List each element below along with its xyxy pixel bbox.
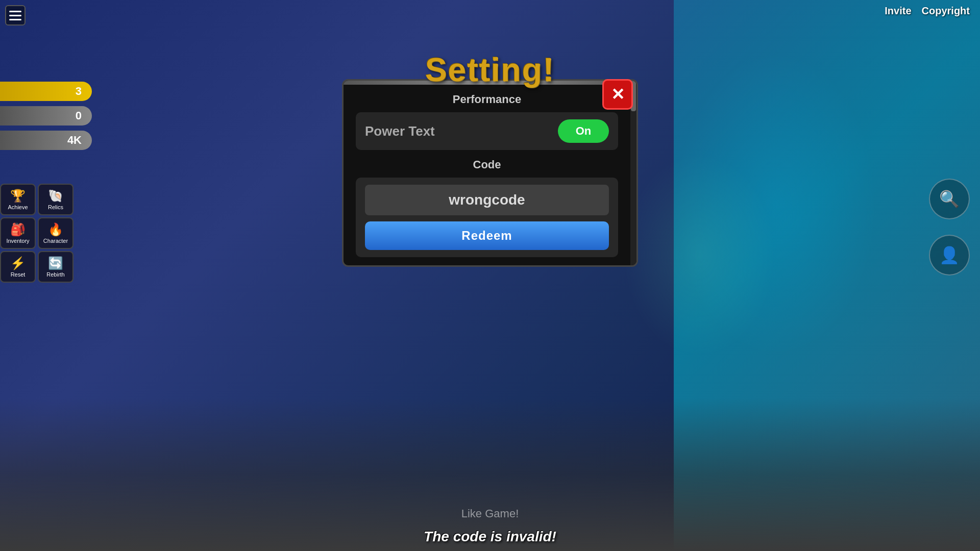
background-road <box>0 398 980 551</box>
stat-gold: 3 <box>0 82 92 101</box>
character-icon: 🔥 <box>42 222 69 237</box>
settings-dialog: Performance Power Text On Code wrongcode… <box>342 79 638 267</box>
like-game-text: Like Game! <box>461 507 519 520</box>
copyright-button[interactable]: Copyright <box>922 5 970 17</box>
code-section-title: Code <box>356 158 618 171</box>
close-button[interactable]: ✕ <box>602 79 633 110</box>
sidebar-inventory-btn[interactable]: 🎒 Inventory <box>0 217 36 249</box>
invalid-code-message: The code is invalid! <box>424 529 556 545</box>
menu-line-2 <box>9 15 21 16</box>
menu-button[interactable] <box>5 5 26 26</box>
menu-line-1 <box>9 11 21 12</box>
code-input-box[interactable]: wrongcode <box>365 185 609 215</box>
rebirth-icon: 🔄 <box>42 256 69 270</box>
right-character-2: 👤 <box>929 235 970 276</box>
stat-rank: 4K <box>0 131 92 150</box>
relics-icon: 🐚 <box>42 189 69 203</box>
sidebar-achieve-btn[interactable]: 🏆 Achieve <box>0 184 36 215</box>
sidebar-relics-btn[interactable]: 🐚 Relics <box>38 184 74 215</box>
code-area: wrongcode Redeem <box>356 178 618 257</box>
power-text-toggle[interactable]: On <box>558 119 609 143</box>
sidebar-stats: 3 0 4K <box>0 82 92 150</box>
performance-section-title: Performance <box>356 93 618 106</box>
dialog-title: Setting! <box>425 51 555 89</box>
right-character-1: 🔍 <box>929 179 970 219</box>
power-text-row: Power Text On <box>356 112 618 150</box>
stat-score: 0 <box>0 106 92 126</box>
power-text-label: Power Text <box>365 123 435 139</box>
menu-line-3 <box>9 19 21 20</box>
reset-icon: ⚡ <box>4 256 32 270</box>
achieve-icon: 🏆 <box>4 189 32 203</box>
bg-glow-2 <box>623 153 776 357</box>
invite-button[interactable]: Invite <box>885 5 911 17</box>
redeem-button[interactable]: Redeem <box>365 221 609 250</box>
top-bar: Invite Copyright <box>874 0 980 22</box>
code-value: wrongcode <box>449 192 525 208</box>
dialog-content: Performance Power Text On Code wrongcode… <box>344 85 636 265</box>
sidebar-rebirth-btn[interactable]: 🔄 Rebirth <box>38 251 74 283</box>
sidebar-buttons: 🏆 Achieve 🐚 Relics 🎒 Inventory 🔥 Charact… <box>0 184 74 283</box>
sidebar-reset-btn[interactable]: ⚡ Reset <box>0 251 36 283</box>
inventory-icon: 🎒 <box>4 222 32 237</box>
sidebar-character-btn[interactable]: 🔥 Character <box>38 217 74 249</box>
